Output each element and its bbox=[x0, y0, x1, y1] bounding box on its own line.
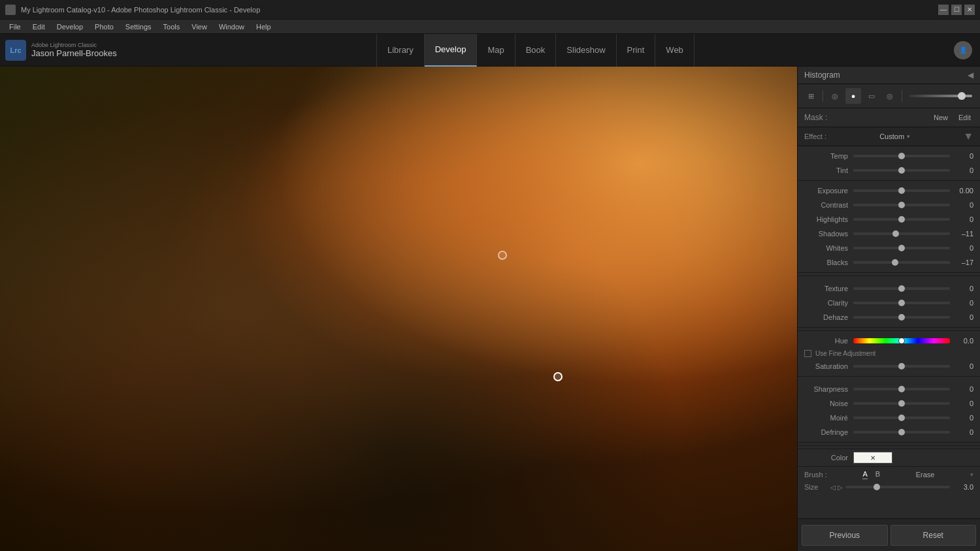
nav-tab-map[interactable]: Map bbox=[477, 34, 515, 67]
menu-item-tools[interactable]: Tools bbox=[158, 22, 186, 32]
temp-slider[interactable] bbox=[853, 155, 950, 157]
histogram-collapse-icon[interactable]: ◀ bbox=[968, 71, 973, 80]
previous-button[interactable]: Previous bbox=[802, 525, 888, 546]
spot-removal-icon[interactable]: ◎ bbox=[827, 88, 843, 104]
color-swatch[interactable]: ✕ bbox=[853, 452, 892, 464]
fine-adjustment-checkbox[interactable] bbox=[804, 350, 811, 357]
tool-slider-track[interactable] bbox=[909, 95, 972, 97]
shadows-slider[interactable] bbox=[853, 232, 950, 235]
menu-item-file[interactable]: File bbox=[4, 22, 26, 32]
tint-row: Tint 0 bbox=[798, 163, 980, 178]
brush-label: Brush : bbox=[804, 471, 827, 479]
sharpness-thumb[interactable] bbox=[898, 386, 905, 392]
menu-item-settings[interactable]: Settings bbox=[120, 22, 157, 32]
blacks-slider[interactable] bbox=[853, 261, 950, 264]
saturation-thumb[interactable] bbox=[898, 363, 905, 370]
brush-tab-a[interactable]: A bbox=[862, 469, 867, 479]
blacks-thumb[interactable] bbox=[892, 259, 898, 266]
temp-thumb[interactable] bbox=[898, 153, 905, 159]
photo-area: Show Edit Pins : Always Show Selected Ma… bbox=[0, 67, 797, 551]
brush-erase-button[interactable]: Erase bbox=[916, 471, 935, 479]
effect-panel-toggle[interactable]: ▼ bbox=[963, 131, 973, 142]
user-avatar[interactable]: 👤 bbox=[954, 41, 972, 59]
menu-item-photo[interactable]: Photo bbox=[90, 22, 119, 32]
edit-pin-1[interactable] bbox=[498, 251, 507, 260]
whites-row: Whites 0 bbox=[798, 241, 980, 255]
size-increase-icon[interactable]: ▷ bbox=[838, 484, 843, 491]
hue-slider[interactable] bbox=[853, 338, 950, 343]
moire-thumb[interactable] bbox=[898, 415, 905, 421]
tint-label: Tint bbox=[804, 166, 853, 174]
maximize-button[interactable]: ☐ bbox=[951, 5, 962, 15]
noise-row: Noise 0 bbox=[798, 396, 980, 411]
tint-slider[interactable] bbox=[853, 169, 950, 172]
menu-item-edit[interactable]: Edit bbox=[27, 22, 50, 32]
whites-thumb[interactable] bbox=[898, 245, 905, 251]
size-slider[interactable] bbox=[845, 486, 950, 488]
texture-slider[interactable] bbox=[853, 287, 950, 290]
shadows-thumb[interactable] bbox=[892, 230, 899, 237]
size-label: Size bbox=[804, 483, 830, 491]
texture-thumb[interactable] bbox=[898, 285, 905, 292]
nav-tab-library[interactable]: Library bbox=[376, 34, 425, 67]
contrast-thumb[interactable] bbox=[898, 202, 905, 208]
exposure-slider[interactable] bbox=[853, 189, 950, 192]
menu-item-view[interactable]: View bbox=[186, 22, 212, 32]
highlights-slider[interactable] bbox=[853, 218, 950, 221]
histogram-header: Histogram ◀ bbox=[798, 67, 980, 84]
effect-dropdown-arrow: ▾ bbox=[907, 133, 910, 140]
dehaze-slider[interactable] bbox=[853, 316, 950, 319]
exposure-thumb[interactable] bbox=[898, 187, 905, 194]
nav-tab-print[interactable]: Print bbox=[617, 34, 656, 67]
effect-value-row: Custom ▾ bbox=[879, 133, 910, 140]
contrast-slider[interactable] bbox=[853, 204, 950, 206]
reset-button[interactable]: Reset bbox=[890, 525, 977, 546]
close-button[interactable]: ✕ bbox=[964, 5, 975, 15]
graduated-filter-icon[interactable]: ◎ bbox=[882, 88, 898, 104]
effect-dropdown[interactable]: Custom bbox=[879, 133, 904, 140]
noise-slider[interactable] bbox=[853, 402, 950, 405]
moire-slider[interactable] bbox=[853, 417, 950, 419]
crop-tool-icon[interactable]: ⊞ bbox=[803, 88, 819, 104]
shadows-value: –11 bbox=[950, 230, 973, 238]
section-separator-4 bbox=[798, 445, 980, 446]
size-decrease-icon[interactable]: ◁ bbox=[830, 484, 836, 491]
temp-tint-section: Temp 0 Tint 0 bbox=[798, 146, 980, 181]
defringe-slider[interactable] bbox=[853, 431, 950, 433]
nav-tab-slideshow[interactable]: Slideshow bbox=[556, 34, 616, 67]
nav-tab-book[interactable]: Book bbox=[515, 34, 557, 67]
masking-tool-icon[interactable]: ● bbox=[845, 88, 861, 104]
mask-edit-button[interactable]: Edit bbox=[956, 112, 973, 123]
highlights-thumb[interactable] bbox=[898, 216, 905, 223]
size-thumb[interactable] bbox=[874, 484, 880, 490]
clarity-slider[interactable] bbox=[853, 302, 950, 304]
menu-item-develop[interactable]: Develop bbox=[52, 22, 88, 32]
menu-item-window[interactable]: Window bbox=[214, 22, 250, 32]
mask-new-button[interactable]: New bbox=[931, 112, 951, 123]
edit-pin-2[interactable] bbox=[553, 372, 563, 381]
hue-thumb[interactable] bbox=[898, 338, 905, 343]
nav-tab-develop[interactable]: Develop bbox=[425, 34, 478, 67]
brand-text: Adobe Lightroom Classic Jason Parnell-Br… bbox=[31, 42, 117, 58]
title-bar-controls[interactable]: — ☐ ✕ bbox=[938, 5, 975, 15]
nav-tab-web[interactable]: Web bbox=[655, 34, 694, 67]
mask-label: Mask : bbox=[804, 113, 827, 122]
clarity-thumb[interactable] bbox=[898, 300, 905, 306]
red-eye-icon[interactable]: ▭ bbox=[864, 88, 879, 104]
dehaze-thumb[interactable] bbox=[898, 314, 905, 321]
noise-thumb[interactable] bbox=[898, 400, 905, 407]
tool-slider-thumb[interactable] bbox=[958, 92, 966, 100]
sharpness-slider[interactable] bbox=[853, 388, 950, 390]
brush-tab-b[interactable]: B bbox=[875, 469, 880, 479]
defringe-thumb[interactable] bbox=[898, 429, 905, 435]
whites-slider[interactable] bbox=[853, 247, 950, 249]
minimize-button[interactable]: — bbox=[938, 5, 949, 15]
brush-dropdown-icon[interactable]: ▾ bbox=[970, 471, 973, 478]
tool-separator-2 bbox=[902, 90, 902, 102]
tint-thumb[interactable] bbox=[898, 167, 905, 174]
saturation-slider[interactable] bbox=[853, 365, 950, 368]
blacks-row: Blacks –17 bbox=[798, 255, 980, 270]
menu-item-help[interactable]: Help bbox=[251, 22, 276, 32]
clarity-row: Clarity 0 bbox=[798, 296, 980, 310]
highlights-label: Highlights bbox=[804, 215, 853, 223]
